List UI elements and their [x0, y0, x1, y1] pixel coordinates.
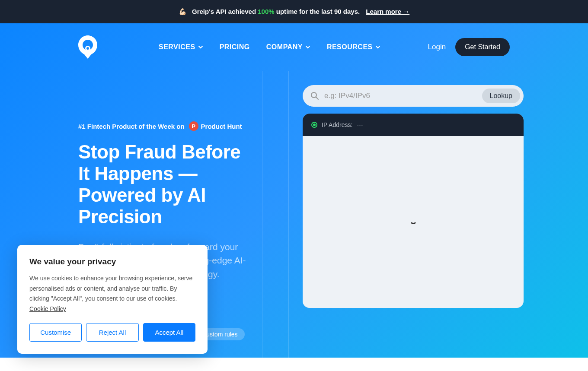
loading-spinner-icon: [409, 216, 417, 224]
cookie-reject-button[interactable]: Reject All: [86, 323, 138, 342]
ip-lookup-widget: Lookup IP Address: ---: [288, 71, 524, 371]
nav-resources[interactable]: RESOURCES: [327, 43, 380, 51]
announcement-learn-more-link[interactable]: Learn more →: [366, 8, 409, 15]
cookie-body: We use cookies to enhance your browsing …: [29, 273, 195, 314]
nav-pricing-label: PRICING: [220, 43, 250, 51]
product-hunt-label: Product Hunt: [201, 123, 242, 130]
hero-headline: Stop Fraud Before It Happens — Powered b…: [78, 141, 248, 228]
ip-address-value: ---: [357, 121, 363, 128]
chevron-down-icon: [375, 44, 380, 50]
svg-point-2: [311, 92, 316, 98]
footer-strip: [0, 358, 588, 371]
lookup-result-panel: IP Address: ---: [303, 114, 524, 308]
chevron-down-icon: [305, 44, 310, 50]
nav-company[interactable]: COMPANY: [266, 43, 310, 51]
cookie-consent-modal: We value your privacy We use cookies to …: [17, 245, 208, 354]
cookie-title: We value your privacy: [29, 257, 195, 266]
cookie-actions: Customise Reject All Accept All: [29, 323, 195, 342]
search-icon: [310, 92, 319, 100]
flex-emoji: 💪🏻: [179, 8, 187, 15]
login-link[interactable]: Login: [428, 43, 446, 51]
search-box: Lookup: [303, 85, 524, 107]
ip-address-label: IP Address:: [322, 121, 352, 128]
nav-services-label: SERVICES: [159, 43, 195, 51]
announcement-prefix: Greip's API achieved: [192, 8, 258, 15]
result-body: [303, 136, 524, 304]
svg-line-3: [316, 97, 318, 99]
ip-search-input[interactable]: [324, 92, 482, 100]
nav-company-label: COMPANY: [266, 43, 303, 51]
nav-services[interactable]: SERVICES: [159, 43, 203, 51]
announcement-suffix: uptime for the last 90 days.: [275, 8, 360, 15]
svg-point-1: [86, 47, 89, 50]
cookie-body-text: We use cookies to enhance your browsing …: [29, 275, 192, 302]
chevron-down-icon: [198, 44, 203, 50]
product-hunt-badge[interactable]: P Product Hunt: [189, 121, 242, 131]
status-indicator-icon: [311, 122, 317, 128]
cookie-policy-link[interactable]: Cookie Policy: [29, 305, 66, 312]
result-header: IP Address: ---: [303, 114, 524, 136]
brand-logo[interactable]: [78, 35, 97, 59]
nav-resources-label: RESOURCES: [327, 43, 373, 51]
announcement-bar: 💪🏻 Greip's API achieved 100% uptime for …: [0, 0, 588, 23]
cookie-customise-button[interactable]: Customise: [29, 323, 82, 342]
cookie-accept-button[interactable]: Accept All: [143, 323, 195, 342]
product-hunt-icon: P: [189, 121, 198, 131]
lookup-button[interactable]: Lookup: [482, 89, 521, 103]
nav-pricing[interactable]: PRICING: [220, 43, 250, 51]
main-nav: SERVICES PRICING COMPANY RESOURCES Login…: [64, 23, 524, 71]
get-started-button[interactable]: Get Started: [455, 38, 510, 56]
announcement-highlight: 100%: [258, 8, 274, 15]
tagline-text: #1 Fintech Product of the Week on: [78, 123, 185, 130]
product-hunt-tagline: #1 Fintech Product of the Week on P Prod…: [78, 121, 248, 131]
